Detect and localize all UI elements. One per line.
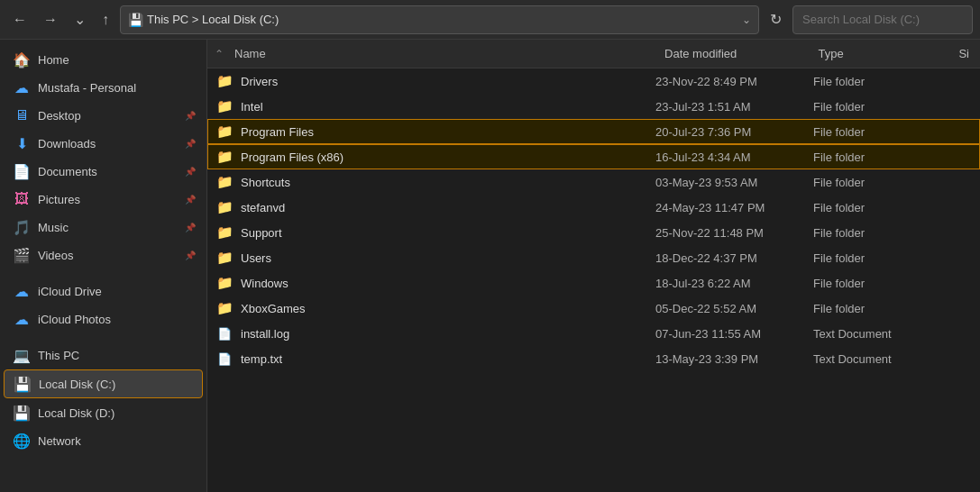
table-row[interactable]: 📄temp.txt13-May-23 3:39 PMText Document [207,346,980,371]
refresh-button[interactable]: ↻ [765,7,787,32]
sidebar-item-pictures[interactable]: 🖼Pictures📌 [4,186,203,213]
address-part-drive[interactable]: Local Disk (C:) [202,13,279,26]
file-type: Text Document [813,327,957,341]
file-type: File folder [813,251,957,265]
table-row[interactable]: 📁XboxGames05-Dec-22 5:52 AMFile folder [207,296,980,321]
file-date: 25-Nov-22 11:48 PM [655,226,813,240]
file-type: File folder [813,201,957,214]
main-layout: 🏠Home☁Mustafa - Personal🖥Desktop📌⬇Downlo… [0,40,980,492]
file-name: stefanvd [241,201,655,214]
sidebar-icon-pictures: 🖼 [13,190,31,208]
file-name: Windows [241,277,655,290]
sidebar-item-network[interactable]: 🌐Network [4,427,203,454]
sidebar-label-downloads: Downloads [38,137,181,150]
file-name: Intel [241,100,655,114]
file-name: Program Files [241,125,655,139]
folder-icon: 📁 [215,72,234,90]
sidebar-item-local-c[interactable]: 💾Local Disk (C:) [4,369,203,398]
file-type: File folder [813,226,957,240]
file-name: Program Files (x86) [241,150,655,164]
sidebar-label-icloud-drive: iCloud Drive [38,285,196,298]
file-name: XboxGames [241,302,655,315]
sidebar-icon-music: 🎵 [13,218,31,236]
sidebar-item-home[interactable]: 🏠Home [4,46,203,73]
file-type: File folder [813,75,957,88]
sidebar-pin-icon: 📌 [185,251,196,260]
up-button[interactable]: ↑ [96,8,114,32]
sidebar-label-videos: Videos [38,249,181,262]
sidebar-item-this-pc[interactable]: 💻This PC [4,342,203,369]
sidebar-icon-local-d: 💾 [13,404,31,422]
col-header-type[interactable]: Type [815,47,956,60]
file-date: 13-May-23 3:39 PM [655,352,813,366]
back-button[interactable]: ← [7,8,32,32]
address-sep1: > [192,13,202,26]
sidebar-label-pictures: Pictures [38,193,181,206]
forward-button[interactable]: → [38,8,63,32]
folder-icon: 📁 [215,148,234,166]
search-input[interactable] [792,5,973,34]
sidebar-item-local-d[interactable]: 💾Local Disk (D:) [4,399,203,426]
file-date: 03-May-23 9:53 AM [655,176,813,189]
address-bar-icon: 💾 [128,13,143,27]
file-date: 23-Nov-22 8:49 PM [655,75,813,88]
sidebar-item-mustafa[interactable]: ☁Mustafa - Personal [4,74,203,101]
address-dropdown-icon[interactable]: ⌄ [742,14,751,26]
table-row[interactable]: 📁Program Files (x86)16-Jul-23 4:34 AMFil… [207,144,980,169]
sidebar-icon-network: 🌐 [13,432,31,450]
table-row[interactable]: 📁stefanvd24-May-23 11:47 PMFile folder [207,195,980,220]
file-type: File folder [813,176,957,189]
table-row[interactable]: 📁Intel23-Jul-23 1:51 AMFile folder [207,94,980,119]
sidebar-icon-desktop: 🖥 [13,106,31,124]
sidebar-pin-icon: 📌 [185,167,196,177]
sidebar-item-icloud-photos[interactable]: ☁iCloud Photos [4,305,203,333]
file-date: 20-Jul-23 7:36 PM [655,125,813,139]
sidebar-icon-downloads: ⬇ [13,134,31,152]
sidebar-item-icloud-drive[interactable]: ☁iCloud Drive [4,278,203,305]
folder-icon: 📁 [215,198,234,216]
folder-icon: 📁 [215,274,234,292]
table-row[interactable]: 📁Shortcuts03-May-23 9:53 AMFile folder [207,169,980,195]
file-name: Drivers [241,75,655,88]
folder-icon: 📁 [215,173,234,191]
file-icon: 📄 [215,350,234,368]
sidebar-label-icloud-photos: iCloud Photos [38,313,196,326]
sidebar-item-desktop[interactable]: 🖥Desktop📌 [4,102,203,129]
address-bar-text: This PC > Local Disk (C:) [147,13,738,26]
recent-locations-button[interactable]: ⌄ [69,7,91,32]
sidebar-item-music[interactable]: 🎵Music📌 [4,214,203,241]
file-type: Text Document [813,352,957,366]
sidebar-label-music: Music [38,221,181,234]
table-row[interactable]: 📁Drivers23-Nov-22 8:49 PMFile folder [207,68,980,94]
table-row[interactable]: 📁Program Files20-Jul-23 7:36 PMFile fold… [207,119,980,144]
table-row[interactable]: 📄install.log07-Jun-23 11:55 AMText Docum… [207,321,980,346]
column-headers: ⌃ Name Date modified Type Si [207,40,980,68]
sidebar-icon-this-pc: 💻 [13,346,31,364]
file-date: 07-Jun-23 11:55 AM [655,327,813,341]
sidebar-item-documents[interactable]: 📄Documents📌 [4,158,203,185]
sidebar-icon-mustafa: ☁ [13,78,31,96]
table-row[interactable]: 📁Windows18-Jul-23 6:22 AMFile folder [207,270,980,296]
sidebar-item-videos[interactable]: 🎬Videos📌 [4,241,203,269]
table-row[interactable]: 📁Support25-Nov-22 11:48 PMFile folder [207,220,980,245]
sidebar-pin-icon: 📌 [185,195,196,205]
col-header-date[interactable]: Date modified [661,47,815,60]
sidebar-icon-home: 🏠 [13,50,31,68]
col-header-size[interactable]: Si [955,47,973,60]
address-part-thispc[interactable]: This PC [147,13,188,26]
file-icon: 📄 [215,324,234,342]
file-list: 📁Drivers23-Nov-22 8:49 PMFile folder📁Int… [207,68,980,492]
toolbar: ← → ⌄ ↑ 💾 This PC > Local Disk (C:) ⌄ ↻ [0,0,980,40]
address-bar[interactable]: 💾 This PC > Local Disk (C:) ⌄ [120,5,759,34]
col-header-name[interactable]: Name [231,47,661,60]
sidebar-label-desktop: Desktop [38,109,181,123]
file-date: 24-May-23 11:47 PM [655,201,813,214]
sidebar-pin-icon: 📌 [185,223,196,232]
sidebar-icon-icloud-photos: ☁ [13,310,31,328]
sidebar-icon-local-c: 💾 [14,375,32,393]
sidebar-pin-icon: 📌 [185,111,196,121]
table-row[interactable]: 📁Users18-Dec-22 4:37 PMFile folder [207,245,980,270]
sidebar-item-downloads[interactable]: ⬇Downloads📌 [4,130,203,157]
file-type: File folder [813,150,957,164]
folder-icon: 📁 [215,249,234,267]
